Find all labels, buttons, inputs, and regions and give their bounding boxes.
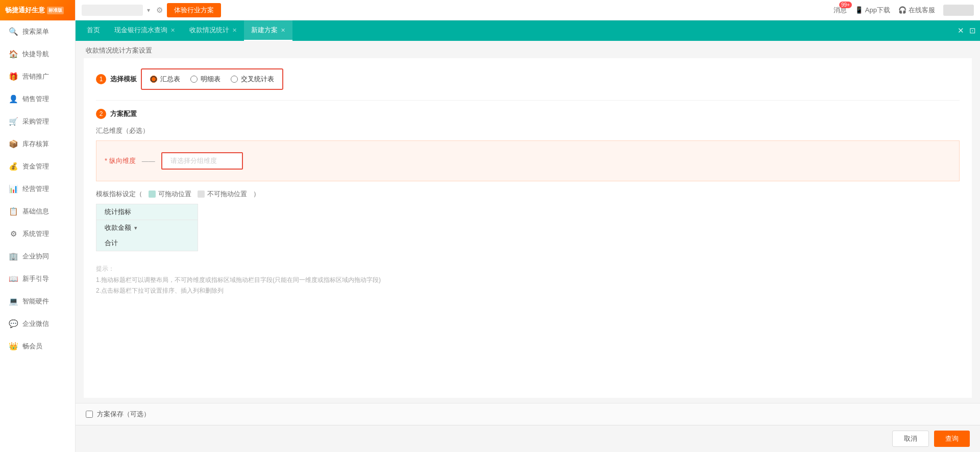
query-button[interactable]: 查询 — [934, 431, 970, 447]
template-radio-cross[interactable]: 交叉统计表 — [231, 75, 274, 84]
main-area: ▾ ⚙ 体验行业方案 消息 99+ 📱 App下载 🎧 在线客服 首页 现 — [76, 0, 980, 452]
dimension-box: * 纵向维度 —— 请选择分组维度 — [96, 140, 960, 181]
trial-button[interactable]: 体验行业方案 — [167, 3, 221, 17]
tab-receipt-stats[interactable]: 收款情况统计 ✕ — [182, 20, 244, 41]
legend-fixed: 不可拖动位置 — [198, 189, 247, 199]
sidebar-item-base-info[interactable]: 📋 基础信息 — [0, 200, 75, 223]
tab-new-plan[interactable]: 新建方案 ✕ — [244, 20, 292, 41]
metrics-table-header-row: 统计指标 — [96, 204, 198, 220]
vertical-dimension-label: * 纵向维度 — [105, 156, 136, 165]
tab-bank-flow-close[interactable]: ✕ — [170, 27, 175, 34]
settings-icon[interactable]: ⚙ — [156, 6, 163, 15]
sidebar-item-label: 快捷导航 — [22, 50, 49, 59]
sidebar-item-finance[interactable]: 💰 资金管理 — [0, 155, 75, 178]
sidebar-item-purchase[interactable]: 🛒 采购管理 — [0, 110, 75, 133]
template-radio-detail[interactable]: 明细表 — [190, 75, 220, 84]
online-service-action[interactable]: 🎧 在线客服 — [898, 6, 935, 15]
tab-receipt-stats-close[interactable]: ✕ — [232, 27, 237, 34]
sidebar-item-search-menu[interactable]: 🔍 搜索菜单 — [0, 20, 75, 43]
template-selection-group: 汇总表 明细表 交叉统计表 — [141, 68, 283, 90]
home-icon: 🏠 — [8, 49, 18, 59]
sidebar-item-marketing[interactable]: 🎁 营销推广 — [0, 65, 75, 88]
clipboard-icon: 📋 — [8, 206, 18, 217]
notification-count: 99+ — [839, 2, 852, 8]
save-checkbox[interactable] — [86, 411, 93, 418]
tab-home[interactable]: 首页 — [80, 20, 107, 41]
tab-new-plan-label: 新建方案 — [251, 26, 278, 35]
metrics-header: 模板指标设定（ 可拖动位置 不可拖动位置 ） — [96, 189, 960, 199]
tips-section: 提示： 1.拖动标题栏可以调整布局，不可跨维度或指标区域拖动栏目字段(只能在同一… — [96, 264, 960, 297]
sidebar-item-enterprise[interactable]: 🏢 企业协同 — [0, 245, 75, 268]
sidebar-item-quick-nav[interactable]: 🏠 快捷导航 — [0, 43, 75, 65]
sidebar-item-label: 经营管理 — [22, 184, 49, 194]
metrics-col1-sub-label: 合计 — [105, 239, 118, 248]
user-icon: 👤 — [8, 94, 18, 104]
sidebar-item-label: 基础信息 — [22, 207, 49, 216]
legend-fixed-label: 不可拖动位置 — [207, 189, 247, 199]
dimension-selector-dropdown[interactable]: 请选择分组维度 — [161, 152, 243, 170]
radio-cross-input[interactable] — [231, 76, 238, 83]
sidebar-item-member[interactable]: 👑 畅会员 — [0, 335, 75, 358]
gear-icon: ⚙ — [8, 229, 18, 239]
arrow-icon: —— — [142, 157, 155, 165]
metrics-col1-header[interactable]: 收款金额 ▾ — [96, 220, 198, 235]
tip1-text: 1.拖动标题栏可以调整布局，不可跨维度或指标区域拖动栏目字段(只能在同一维度或指… — [96, 275, 960, 286]
tab-home-label: 首页 — [87, 26, 100, 35]
sidebar-item-label: 搜索菜单 — [22, 27, 49, 36]
sidebar-item-operations[interactable]: 📊 经营管理 — [0, 178, 75, 200]
sidebar-item-inventory[interactable]: 📦 库存核算 — [0, 133, 75, 155]
fixed-box-icon — [198, 191, 205, 198]
sidebar-item-hardware[interactable]: 💻 智能硬件 — [0, 290, 75, 313]
tab-receipt-stats-label: 收款情况统计 — [189, 26, 229, 35]
tab-bar: 首页 现金银行流水查询 ✕ 收款情况统计 ✕ 新建方案 ✕ ✕ ⊡ — [76, 20, 980, 41]
user-avatar[interactable] — [943, 5, 974, 16]
app-download-action[interactable]: 📱 App下载 — [855, 6, 890, 15]
sidebar-item-system[interactable]: ⚙ 系统管理 — [0, 223, 75, 245]
logo-text: 畅捷通好生意 — [5, 6, 45, 15]
tip2-text: 2.点击标题栏下拉可设置排序、插入列和删除列 — [96, 286, 960, 297]
sidebar-item-guide[interactable]: 📖 新手引导 — [0, 268, 75, 290]
step2-badge: 2 — [96, 109, 106, 119]
footer-bar: 取消 查询 — [76, 425, 980, 452]
legend-draggable: 可拖动位置 — [149, 189, 191, 199]
maximize-icon[interactable]: ⊡ — [969, 26, 976, 35]
sidebar: 畅捷通好生意 标准版 🔍 搜索菜单 🏠 快捷导航 🎁 营销推广 👤 销售管理 🛒… — [0, 0, 76, 452]
search-icon: 🔍 — [8, 27, 18, 37]
dimension-placeholder: 请选择分组维度 — [170, 157, 217, 164]
service-icon: 🎧 — [898, 6, 906, 14]
sidebar-item-label: 系统管理 — [22, 229, 49, 239]
tab-bank-flow-label: 现金银行流水查询 — [114, 26, 167, 35]
content-area: 收款情况统计方案设置 1 选择模板 汇总表 明细表 — [76, 41, 980, 452]
step1-badge: 1 — [96, 74, 106, 84]
step1-title: 选择模板 — [110, 75, 137, 84]
draggable-box-icon — [149, 191, 156, 198]
top-header: ▾ ⚙ 体验行业方案 消息 99+ 📱 App下载 🎧 在线客服 — [76, 0, 980, 20]
template-radio-summary[interactable]: 汇总表 — [150, 75, 180, 84]
close-window-icon[interactable]: ✕ — [958, 26, 964, 35]
sidebar-item-label: 企业协同 — [22, 252, 49, 261]
metrics-col1-label: 收款金额 — [105, 223, 131, 232]
book-icon: 📖 — [8, 274, 18, 284]
step2-header: 2 方案配置 — [96, 109, 960, 119]
sidebar-item-wechat[interactable]: 💬 企业微信 — [0, 313, 75, 335]
step2-section: 2 方案配置 汇总维度（必选） * 纵向维度 —— 请选择分组维度 — [96, 109, 960, 297]
radio-summary-label: 汇总表 — [160, 75, 180, 84]
box-icon: 📦 — [8, 139, 18, 149]
metrics-table: 统计指标 收款金额 ▾ 合计 — [96, 204, 198, 251]
cancel-button[interactable]: 取消 — [892, 431, 929, 447]
radio-summary-input[interactable] — [150, 76, 157, 83]
config-section: 汇总维度（必选） * 纵向维度 —— 请选择分组维度 — [96, 126, 960, 297]
radio-detail-input[interactable] — [190, 76, 198, 83]
money-icon: 💰 — [8, 161, 18, 172]
online-service-label: 在线客服 — [909, 6, 935, 15]
tab-bank-flow[interactable]: 现金银行流水查询 ✕ — [107, 20, 182, 41]
tab-new-plan-close[interactable]: ✕ — [281, 27, 285, 34]
chevron-down-icon[interactable]: ▾ — [147, 7, 150, 14]
tab-bar-actions: ✕ ⊡ — [958, 20, 976, 41]
notification-badge[interactable]: 消息 99+ — [834, 6, 847, 15]
gift-icon: 🎁 — [8, 72, 18, 82]
sidebar-item-sales[interactable]: 👤 销售管理 — [0, 88, 75, 110]
col-dropdown-icon[interactable]: ▾ — [134, 225, 137, 231]
sidebar-item-label: 库存核算 — [22, 139, 49, 149]
dimension-row: * 纵向维度 —— 请选择分组维度 — [105, 152, 951, 170]
